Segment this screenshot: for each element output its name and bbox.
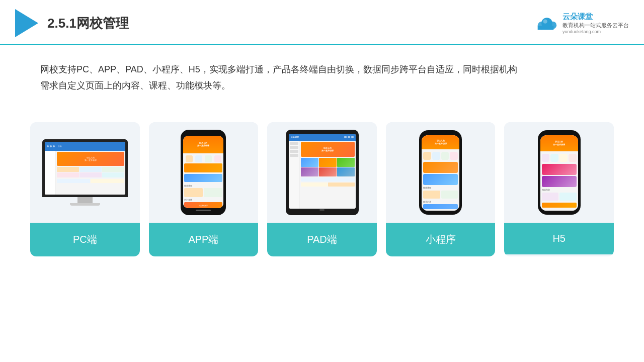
- card-image-pc: 云朵 职达人的第一堂升级课: [30, 122, 140, 223]
- cards-container: 云朵 职达人的第一堂升级课: [0, 104, 644, 272]
- pc-mockup: 云朵 职达人的第一堂升级课: [42, 139, 128, 206]
- brand-url: yunduoketang.com: [562, 29, 629, 34]
- card-label-miniprogram: 小程序: [386, 223, 496, 256]
- play-triangle-icon: [15, 9, 38, 37]
- card-label-h5: H5: [504, 223, 614, 254]
- card-image-h5: 职达人的第一堂升级课 精选内容: [504, 122, 614, 223]
- brand-text-block: 云朵课堂 教育机构一站式服务云平台 yunduoketang.com: [562, 12, 629, 34]
- brand-logo: 云朵课堂 教育机构一站式服务云平台 yunduoketang.com: [534, 12, 629, 34]
- card-image-miniprogram: 职达人的第一堂升级课 推荐课程: [386, 122, 496, 223]
- header: 2.5.1网校管理 云朵课堂 教育机构一站式服务云平台 yunduoketang…: [0, 0, 644, 45]
- card-label-app: APP端: [149, 223, 259, 256]
- description-line2: 需求自定义页面上的内容、课程、功能模块等。: [40, 77, 604, 94]
- description-block: 网校支持PC、APP、PAD、小程序、H5，实现多端打通，产品各终端自由切换，数…: [0, 45, 644, 99]
- app-mockup: 职达人的第一堂升级课: [181, 130, 226, 215]
- svg-point-4: [543, 19, 547, 23]
- card-pc: 云朵 职达人的第一堂升级课: [30, 122, 140, 256]
- card-image-app: 职达人的第一堂升级课: [149, 122, 259, 223]
- card-miniprogram: 职达人的第一堂升级课 推荐课程: [386, 122, 496, 256]
- header-left: 2.5.1网校管理: [15, 9, 129, 37]
- card-app: 职达人的第一堂升级课: [149, 122, 259, 256]
- h5-mockup: 职达人的第一堂升级课 精选内容: [538, 130, 581, 215]
- cloud-icon: [534, 14, 559, 32]
- page-title: 2.5.1网校管理: [47, 15, 129, 32]
- miniprogram-mockup: 职达人的第一堂升级课 推荐课程: [419, 130, 462, 215]
- brand-name: 云朵课堂: [562, 12, 629, 22]
- card-label-pad: PAD端: [267, 223, 377, 256]
- description-line1: 网校支持PC、APP、PAD、小程序、H5，实现多端打通，产品各终端自由切换，数…: [40, 61, 604, 77]
- header-right: 云朵课堂 教育机构一站式服务云平台 yunduoketang.com: [534, 12, 629, 34]
- pad-mockup: 云朵课堂: [286, 130, 359, 215]
- brand-tagline: 教育机构一站式服务云平台: [562, 22, 629, 29]
- card-image-pad: 云朵课堂: [267, 122, 377, 223]
- card-label-pc: PC端: [30, 223, 140, 256]
- card-pad: 云朵课堂: [267, 122, 377, 256]
- card-h5: 职达人的第一堂升级课 精选内容: [504, 122, 614, 256]
- svg-rect-3: [538, 26, 554, 30]
